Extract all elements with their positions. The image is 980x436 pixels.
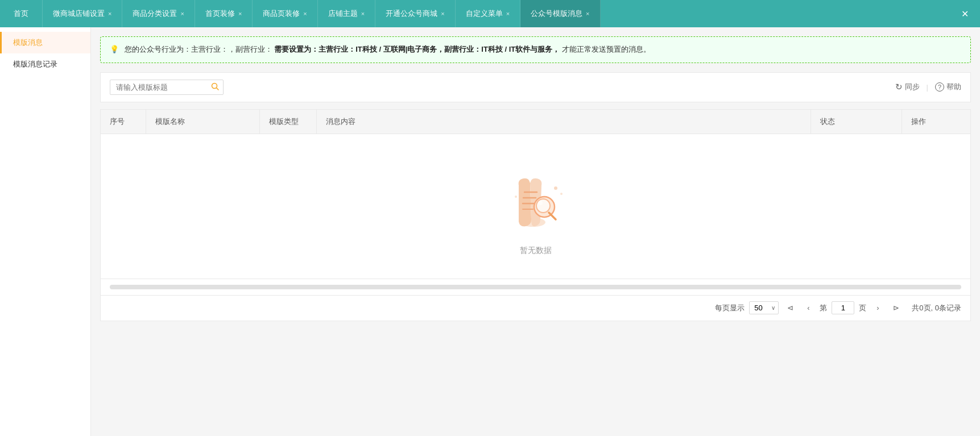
nav-tab-category[interactable]: 商品分类设置× [122, 0, 195, 27]
col-header-type: 模版类型 [260, 110, 317, 134]
pagination: 每页显示 50 10 20 100 ⊲ ‹ 第 页 › ⊳ 共0页, 0条记录 [101, 295, 970, 321]
nav-tab-close-mall[interactable]: × [441, 10, 444, 17]
page-label: 第 [820, 303, 827, 313]
empty-text: 暂无数据 [520, 246, 552, 256]
page-total: 共0页, 0条记录 [912, 303, 961, 313]
sync-label: 同步 [905, 82, 920, 92]
global-close-button[interactable]: ✕ [950, 0, 980, 27]
page-first-button[interactable]: ⊲ [783, 301, 797, 315]
nav-tab-menu[interactable]: 自定义菜单× [456, 0, 520, 27]
nav-tab-close-product[interactable]: × [303, 10, 307, 17]
page-next-button[interactable]: › [871, 301, 884, 315]
page-size-select-wrap: 50 10 20 100 [749, 301, 779, 314]
search-input[interactable] [110, 80, 224, 95]
data-table: 序号 模版名称 模版类型 消息内容 状态 操作 [100, 109, 971, 321]
empty-state: 暂无数据 [101, 134, 970, 279]
scroll-track[interactable] [110, 285, 961, 289]
svg-point-8 [536, 199, 550, 213]
page-prev-button[interactable]: ‹ [801, 301, 815, 315]
col-header-index: 序号 [101, 110, 146, 134]
empty-icon [502, 168, 570, 236]
notice-suffix: 才能正常发送预置的消息。 [562, 45, 651, 53]
page-unit: 页 [859, 303, 866, 313]
help-icon: ? [935, 82, 944, 92]
search-bar: ↻ 同步 | ? 帮助 [100, 72, 971, 102]
sync-button[interactable]: ↻ 同步 [895, 82, 920, 92]
scrollbar-area [101, 279, 970, 295]
nav-tab-homepage[interactable]: 首页装修× [195, 0, 253, 27]
content-area: 💡 您的公众号行业为：主营行业：，副营行业： 需要设置为：主营行业：IT科技 /… [91, 27, 980, 436]
top-nav: 首页微商城店铺设置×商品分类设置×首页装修×商品页装修×店铺主题×开通公众号商城… [0, 0, 980, 27]
nav-tab-close-theme[interactable]: × [361, 10, 365, 17]
nav-tab-mall[interactable]: 开通公众号商城× [375, 0, 455, 27]
sidebar-item-template-log[interactable]: 模版消息记录 [0, 53, 90, 75]
col-header-action: 操作 [902, 110, 970, 134]
search-right: ↻ 同步 | ? 帮助 [895, 82, 961, 92]
notice-prefix: 您的公众号行业为：主营行业：，副营行业： [125, 45, 272, 53]
page-last-button[interactable]: ⊳ [889, 301, 903, 315]
svg-line-1 [217, 88, 219, 90]
nav-tab-close-menu[interactable]: × [506, 10, 510, 17]
nav-tab-close-homepage[interactable]: × [238, 10, 242, 17]
search-left [110, 80, 224, 95]
nav-tab-close-weshop[interactable]: × [108, 10, 111, 17]
notice-banner: 💡 您的公众号行业为：主营行业：，副营行业： 需要设置为：主营行业：IT科技 /… [100, 36, 971, 63]
search-input-wrap [110, 80, 224, 95]
nav-tab-product[interactable]: 商品页装修× [253, 0, 317, 27]
sync-icon: ↻ [895, 82, 903, 92]
svg-point-12 [560, 193, 563, 195]
col-header-name: 模版名称 [146, 110, 260, 134]
nav-tab-home[interactable]: 首页 [0, 0, 43, 27]
divider: | [927, 83, 928, 92]
svg-point-11 [554, 186, 557, 190]
nav-tab-weshop[interactable]: 微商城店铺设置× [43, 0, 122, 27]
sidebar: 模版消息模版消息记录 [0, 27, 91, 436]
main-layout: 模版消息模版消息记录 💡 您的公众号行业为：主营行业：，副营行业： 需要设置为：… [0, 27, 980, 436]
nav-tab-template[interactable]: 公众号模版消息× [520, 0, 600, 27]
col-header-status: 状态 [811, 110, 902, 134]
nav-tab-close-template[interactable]: × [586, 10, 589, 17]
page-input[interactable] [832, 301, 854, 314]
notice-highlight: 需要设置为：主营行业：IT科技 / 互联网|电子商务，副营行业：IT科技 / I… [274, 45, 560, 53]
page-size-select[interactable]: 50 10 20 100 [749, 301, 779, 314]
page-size-label: 每页显示 [715, 303, 745, 313]
search-icon-button[interactable] [211, 82, 219, 92]
sidebar-item-template-msg[interactable]: 模版消息 [0, 32, 90, 53]
col-header-content: 消息内容 [317, 110, 811, 134]
svg-point-10 [538, 201, 543, 205]
nav-tab-close-category[interactable]: × [180, 10, 184, 17]
svg-point-13 [515, 196, 517, 198]
help-button[interactable]: ? 帮助 [935, 82, 961, 92]
table-header: 序号 模版名称 模版类型 消息内容 状态 操作 [101, 110, 970, 134]
notice-icon: 💡 [110, 44, 119, 56]
help-label: 帮助 [946, 82, 961, 92]
nav-tab-theme[interactable]: 店铺主题× [318, 0, 375, 27]
